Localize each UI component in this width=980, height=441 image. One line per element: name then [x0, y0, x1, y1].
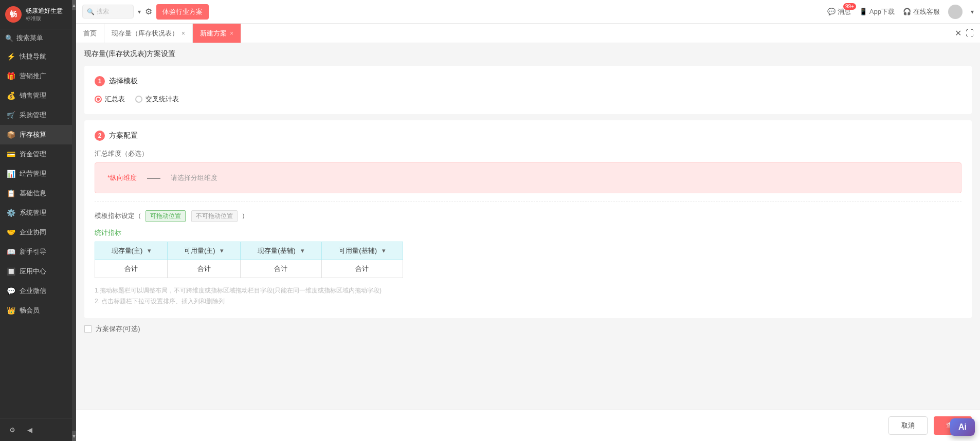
col-dropdown-0[interactable]: ▾ [148, 247, 151, 254]
sidebar-item-app-center[interactable]: 🔲 应用中心 [0, 262, 72, 281]
non-draggable-badge: 不可拖动位置 [191, 210, 238, 222]
indicator-settings: 模板指标设定（ 可拖动位置 不可拖动位置 ） [95, 210, 961, 222]
topbar-gear-icon[interactable]: ⚙ [145, 7, 152, 16]
stats-cell-1: 合计 [168, 260, 240, 278]
sidebar-item-sales[interactable]: 💰 销售管理 [0, 86, 72, 105]
ai-float-button[interactable]: Ai [950, 418, 975, 436]
col-dropdown-1[interactable]: ▾ [220, 247, 224, 254]
app-name-block: 畅康通好生意 标准版 [26, 7, 63, 23]
sidebar-item-label: 资金管理 [20, 150, 46, 159]
sidebar-item-label: 畅会员 [20, 306, 40, 315]
tab-new-scheme-label: 新建方案 [200, 29, 227, 38]
radio-cross-circle [135, 96, 142, 103]
sidebar-item-label: 销售管理 [20, 91, 46, 100]
stats-table: 现存量(主) ▾ 可用量(主) ▾ 现存量(基辅) ▾ [95, 242, 403, 278]
sidebar-item-member[interactable]: 👑 畅会员 [0, 301, 72, 320]
sidebar-nav: ⚡ 快捷导航 🎁 营销推广 💰 销售管理 🛒 采购管理 📦 库存核算 💳 资金管… [0, 47, 72, 418]
search-label: 搜索菜单 [16, 33, 43, 43]
messages-button[interactable]: 💬 消息 99+ [827, 7, 851, 16]
finance-icon: 💳 [6, 150, 15, 159]
sidebar-item-corp[interactable]: 🤝 企业协同 [0, 223, 72, 242]
close-tab-icon[interactable]: ✕ [955, 28, 961, 38]
indicator-suffix: ） [242, 212, 248, 219]
save-option: 方案保存(可选) [84, 324, 972, 334]
stats-data-row: 合计 合计 合计 合计 [95, 260, 403, 278]
tab-inventory-status-label: 现存量（库存状况表） [112, 29, 178, 38]
tab-new-scheme-close-icon[interactable]: × [230, 30, 233, 37]
cancel-button[interactable]: 取消 [888, 416, 928, 435]
sidebar-logo: 畅 畅康通好生意 标准版 [0, 0, 72, 29]
stats-col-header-2[interactable]: 现存量(基辅) ▾ [240, 242, 321, 260]
sidebar-item-basic-info[interactable]: 📋 基础信息 [0, 183, 72, 203]
basic-info-icon: 📋 [6, 189, 15, 198]
sidebar-item-inventory[interactable]: 📦 库存核算 [0, 125, 72, 144]
tab-inventory-status[interactable]: 现存量（库存状况表） × [104, 24, 193, 43]
indicator-label: 模板指标设定（ [95, 212, 141, 219]
search-icon: 🔍 [5, 34, 13, 42]
stats-col-header-3[interactable]: 可用量(基辅) ▾ [321, 242, 403, 260]
sidebar-item-system[interactable]: ⚙️ 系统管理 [0, 203, 72, 223]
radio-cross[interactable]: 交叉统计表 [135, 95, 179, 104]
ai-label: Ai [958, 422, 967, 431]
page-title: 现存量(库存状况表)方案设置 [84, 49, 972, 59]
save-label: 方案保存(可选) [96, 324, 140, 334]
scroll-down-btn[interactable]: ▼ [72, 431, 76, 441]
online-service-button[interactable]: 🎧 在线客服 [903, 7, 940, 16]
sidebar-item-finance[interactable]: 💳 资金管理 [0, 144, 72, 164]
content-area: 现存量(库存状况表)方案设置 1 选择模板 汇总表 交叉统计表 2 [76, 43, 980, 410]
search-placeholder: 搜索 [97, 7, 109, 16]
tab-home[interactable]: 首页 [76, 24, 104, 43]
dimension-placeholder: 请选择分组维度 [171, 173, 217, 182]
sidebar-bottom: ⚙ ◀ [0, 418, 72, 441]
stats-col-header-0[interactable]: 现存量(主) ▾ [95, 242, 168, 260]
dimension-dash: —— [147, 174, 160, 182]
save-checkbox[interactable] [84, 325, 92, 333]
sidebar-item-wechat[interactable]: 💬 企业微信 [0, 281, 72, 301]
sidebar-item-label: 应用中心 [20, 267, 46, 276]
topbar: 🔍 搜索 ▾ ⚙ 体验行业方案 💬 消息 99+ 📱 App下载 🎧 在线客服 … [76, 0, 980, 24]
trial-industry-button[interactable]: 体验行业方案 [156, 4, 209, 20]
radio-cross-label: 交叉统计表 [146, 95, 179, 104]
required-dimension-label: *纵向维度 [107, 173, 137, 182]
sidebar-item-label: 基础信息 [20, 189, 46, 198]
topbar-left: 🔍 搜索 ▾ ⚙ 体验行业方案 [82, 4, 823, 20]
col-dropdown-2[interactable]: ▾ [301, 247, 304, 254]
col-dropdown-3[interactable]: ▾ [382, 247, 386, 254]
tab-inventory-close-icon[interactable]: × [182, 30, 185, 37]
sidebar-item-label: 新手引导 [20, 247, 46, 256]
stats-col-header-1[interactable]: 可用量(主) ▾ [168, 242, 240, 260]
sidebar-item-label: 企业协同 [20, 228, 46, 237]
section-divider [95, 201, 961, 202]
step1-title: 选择模板 [109, 77, 138, 86]
step2-badge: 2 [95, 131, 105, 141]
topbar-dropdown-arrow[interactable]: ▾ [138, 8, 141, 15]
step1-header: 1 选择模板 [95, 76, 961, 86]
sidebar-search[interactable]: 🔍 搜索菜单 [0, 29, 72, 47]
app-name: 畅康通好生意 [26, 7, 63, 15]
sidebar-item-marketing[interactable]: 🎁 营销推广 [0, 66, 72, 86]
step2-title: 方案配置 [109, 131, 138, 140]
topbar-search-box[interactable]: 🔍 搜索 [82, 5, 134, 19]
app-download-button[interactable]: 📱 App下载 [859, 7, 895, 16]
stats-title: 统计指标 [95, 228, 961, 237]
settings-icon-bottom[interactable]: ⚙ [6, 424, 19, 436]
stats-section: 统计指标 现存量(主) ▾ 可用量(主) ▾ [95, 228, 961, 278]
expand-tab-icon[interactable]: ⛶ [966, 29, 974, 38]
radio-summary[interactable]: 汇总表 [95, 95, 125, 104]
tips-section: 1.拖动标题栏可以调整布局，不可跨维度或指标区域拖动栏目字段(只能在同一维度或指… [95, 286, 961, 306]
sidebar-item-operations[interactable]: 📊 经营管理 [0, 164, 72, 183]
username-label[interactable]: ▾ [971, 8, 974, 15]
sidebar-item-purchase[interactable]: 🛒 采购管理 [0, 105, 72, 125]
user-avatar[interactable] [948, 5, 963, 19]
sidebar-item-label: 营销推广 [20, 71, 46, 81]
scroll-up-btn[interactable]: ▲ [72, 0, 76, 10]
step2-header: 2 方案配置 [95, 131, 961, 141]
dimension-pink-area[interactable]: *纵向维度 —— 请选择分组维度 [95, 162, 961, 193]
step2-card: 2 方案配置 汇总维度（必选） *纵向维度 —— 请选择分组维度 模板指标设定（… [84, 120, 972, 318]
col-label-0: 现存量(主) [112, 247, 143, 254]
sidebar-item-quick-nav[interactable]: ⚡ 快捷导航 [0, 47, 72, 66]
sidebar-item-new-guide[interactable]: 📖 新手引导 [0, 242, 72, 262]
tab-new-scheme[interactable]: 新建方案 × [193, 24, 241, 43]
col-label-3: 可用量(基辅) [339, 247, 377, 254]
collapse-icon[interactable]: ◀ [24, 424, 36, 436]
